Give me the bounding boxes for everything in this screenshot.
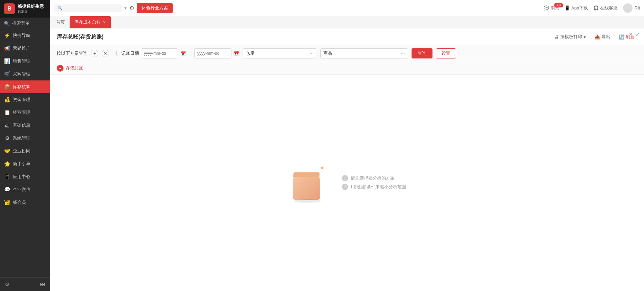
close-panel-btn[interactable]: ✕ (628, 31, 633, 38)
empty-state: ✦ 1 请先选择要分析的方案 2 用[过滤]条件来缩小分析范围 (50, 75, 644, 270)
settings-btn[interactable]: 设置 (436, 48, 456, 58)
content-area: ✕ ⤢ 库存总账(存货总账) 🖨 按模板打印 ▾ 📤 导出 🔄 刷新 (50, 28, 644, 291)
header-right: 💬 消息 99+ 📱 App下载 🎧 在线客服 Rit (544, 3, 640, 13)
sidebar-label-basic-info: 基础信息 (13, 122, 30, 128)
header-search-box[interactable]: 🔍 (54, 4, 122, 12)
sidebar-item-newbie[interactable]: 🌟 新手引导 (0, 157, 50, 170)
message-icon: 💬 (544, 5, 549, 10)
sidebar-label-cooperation: 企业协同 (13, 148, 30, 154)
app-download-btn[interactable]: 📱 App下载 (565, 5, 588, 11)
filter-label: 按以下方案查询 (57, 50, 88, 56)
sidebar-icon-inventory: 📦 (4, 84, 10, 90)
collapse-icon[interactable]: ⏮ (40, 282, 45, 288)
messages-btn[interactable]: 💬 消息 99+ (544, 5, 559, 11)
print-icon: 🖨 (554, 34, 559, 40)
print-template-label: 按模板打印 (560, 34, 582, 40)
sidebar-icon-cooperation: 🤝 (4, 148, 10, 154)
tab-inventory-label: 库存成本总账 (74, 19, 101, 25)
sidebar-item-cooperation[interactable]: 🤝 企业协同 (0, 145, 50, 157)
sidebar-item-system[interactable]: ⚙ 系统管理 (0, 132, 50, 145)
online-service-btn[interactable]: 🎧 在线客服 (593, 5, 618, 11)
app-title: 畅捷通好生意 (18, 3, 44, 9)
sidebar-icon-basic-info: 🗂 (4, 122, 10, 128)
filter-delete-btn[interactable]: ✕ (102, 50, 109, 57)
export-btn[interactable]: 📤 导出 (592, 32, 613, 41)
app-download-label: App下载 (571, 5, 588, 11)
sidebar-label-marketing: 营销推广 (13, 45, 30, 51)
sidebar-icon-operation: 📋 (4, 110, 10, 116)
sidebar-item-inventory[interactable]: 📦 库存核算 (0, 80, 50, 93)
user-avatar[interactable]: Rit (623, 3, 640, 13)
filter-warehouse[interactable]: 仓库 ··· (243, 48, 317, 58)
product-label: 商品 (323, 50, 332, 56)
settings-icon[interactable]: ⚙ (5, 281, 9, 288)
page-header: 库存总账(存货总账) 🖨 按模板打印 ▾ 📤 导出 🔄 刷新 (50, 28, 644, 45)
sidebar-label-sales: 销售管理 (13, 58, 30, 64)
tab-close-icon[interactable]: ✕ (103, 20, 106, 25)
tab-home[interactable]: 首页 (51, 16, 70, 28)
sub-filter-item[interactable]: ● 存货总账 (57, 65, 83, 72)
date-start-input[interactable] (141, 48, 178, 58)
logo-icon: B (4, 3, 15, 14)
phone-icon: 📱 (565, 5, 570, 10)
sidebar-icon-sales: 📊 (4, 58, 10, 64)
tip-number-2: 2 (342, 184, 348, 190)
expand-panel-btn[interactable]: ⤢ (636, 31, 640, 38)
empty-box (293, 176, 321, 200)
sub-filter-icon: ● (57, 65, 64, 72)
sidebar-item-finance[interactable]: 💰 资金管理 (0, 93, 50, 106)
sidebar-search[interactable]: 🔍 搜索菜单 (0, 18, 50, 29)
service-label: 在线客服 (600, 5, 618, 11)
sidebar-item-member[interactable]: 👑 畅会员 (0, 196, 50, 209)
tab-inventory-cost[interactable]: 库存成本总账 ✕ (70, 16, 111, 28)
empty-tips: 1 请先选择要分析的方案 2 用[过滤]条件来缩小分析范围 (342, 175, 406, 190)
empty-illustration: ✦ (288, 162, 328, 203)
search-icon: 🔍 (4, 21, 9, 26)
calendar-end-icon[interactable]: 📅 (233, 51, 239, 56)
search-icon: 🔍 (57, 6, 63, 10)
sidebar-item-operation[interactable]: 📋 经营管理 (0, 106, 50, 119)
sidebar-item-app-center[interactable]: 📱 应用中心 (0, 170, 50, 183)
filter-product[interactable]: 商品 ··· (320, 48, 408, 58)
empty-shadow (294, 199, 321, 203)
sidebar-icon-finance: 💰 (4, 97, 10, 103)
logo-text: 畅捷通好生意 标准版 (18, 3, 44, 14)
message-badge: 99+ (554, 3, 563, 7)
top-header: 🔍 ▾ ⚙ 体验行业方案 💬 消息 99+ 📱 App下载 🎧 在线客服 (50, 0, 644, 16)
sidebar-icon-newbie: 🌟 (4, 161, 10, 167)
date-end-input[interactable] (194, 48, 231, 58)
sidebar-item-sales[interactable]: 📊 销售管理 (0, 55, 50, 68)
filter-add-btn[interactable]: + (91, 50, 98, 57)
sidebar-footer: ⚙ ⏮ (0, 277, 50, 291)
sub-filter-label: 存货总账 (66, 65, 83, 71)
sidebar-label-member: 畅会员 (13, 199, 26, 205)
empty-tip-1: 1 请先选择要分析的方案 (342, 175, 406, 181)
sidebar-logo: B 畅捷通好生意 标准版 (0, 0, 50, 18)
sparkle-icon: ✦ (319, 164, 325, 172)
sidebar-label-inventory: 库存核算 (13, 84, 30, 90)
query-btn[interactable]: 查询 (412, 48, 432, 58)
sidebar-item-basic-info[interactable]: 🗂 基础信息 (0, 119, 50, 132)
username-label: Rit (635, 5, 640, 10)
sidebar-icon-marketing: 📢 (4, 45, 10, 51)
sidebar-item-marketing[interactable]: 📢 营销推广 (0, 42, 50, 55)
calendar-start-icon[interactable]: 📅 (180, 51, 186, 56)
sidebar-label-quick-nav: 快捷导航 (13, 32, 30, 39)
empty-tip-2: 2 用[过滤]条件来缩小分析范围 (342, 184, 406, 190)
sidebar-item-purchase[interactable]: 🛒 采购管理 (0, 68, 50, 80)
app-subtitle: 标准版 (18, 9, 44, 14)
date-label: 记账日期 (121, 50, 139, 56)
dropdown-chevron-icon[interactable]: ▾ (124, 5, 127, 10)
tip-number-1: 1 (342, 175, 348, 181)
sidebar-item-wechat[interactable]: 💬 企业微信 (0, 183, 50, 196)
sidebar-label-finance: 资金管理 (13, 97, 30, 103)
gear-icon[interactable]: ⚙ (129, 5, 134, 11)
filter-collapse-icon[interactable]: 《 (113, 50, 118, 57)
warehouse-more-icon: ··· (309, 50, 314, 56)
sidebar-icon-system: ⚙ (4, 135, 10, 141)
sidebar-icon-member: 👑 (4, 199, 10, 205)
industry-btn[interactable]: 体验行业方案 (137, 3, 173, 13)
print-template-btn[interactable]: 🖨 按模板打印 ▾ (552, 32, 589, 41)
sidebar-item-quick-nav[interactable]: ⚡ 快捷导航 (0, 29, 50, 42)
export-label: 导出 (601, 34, 610, 40)
